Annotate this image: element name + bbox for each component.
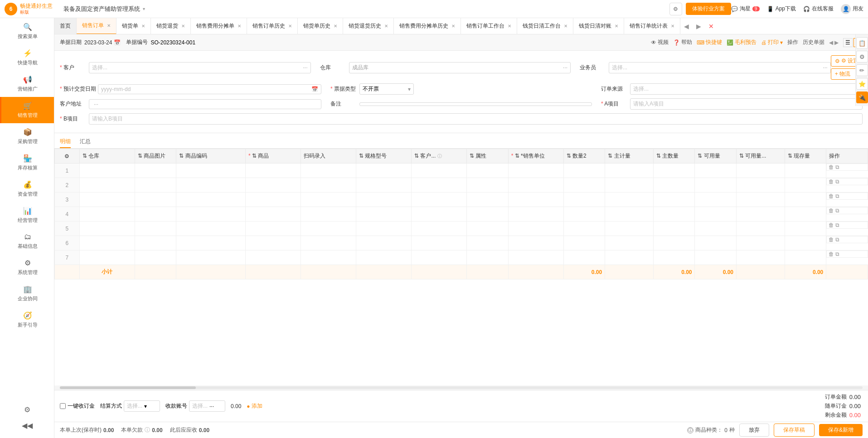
th-main-unit[interactable]: ⇅ 主计量 xyxy=(605,149,654,164)
row-6-warehouse[interactable] xyxy=(79,236,135,250)
row-5-main-unit[interactable] xyxy=(605,221,654,236)
tab-order-history-close[interactable]: ✕ xyxy=(288,24,292,29)
tab-prev-btn[interactable]: ◀ xyxy=(680,18,693,34)
row-1-main-qty[interactable] xyxy=(653,164,695,178)
tab-sales-fee-close[interactable]: ✕ xyxy=(238,24,241,29)
goods-count-icon[interactable]: ⓘ xyxy=(687,427,693,433)
row-2-copy-icon[interactable]: ⧉ xyxy=(835,178,839,185)
row-5-current[interactable] xyxy=(785,221,826,236)
row-6-spec[interactable] xyxy=(356,236,412,250)
row-7-qty2[interactable] xyxy=(563,250,605,265)
row-3-copy-icon[interactable]: ⧉ xyxy=(835,193,839,199)
row-6-delete-icon[interactable]: 🗑 xyxy=(829,236,834,243)
right-panel-btn-4[interactable]: ⭐ xyxy=(856,78,868,90)
right-panel-btn-3[interactable]: ✏ xyxy=(856,64,868,76)
row-7-img[interactable] xyxy=(135,250,176,265)
row-2-cc[interactable] xyxy=(412,178,467,193)
profit-btn[interactable]: 💹 毛利预告 xyxy=(727,39,756,46)
row-4-main-qty[interactable] xyxy=(653,207,695,221)
row-5-img[interactable] xyxy=(135,221,176,236)
add-item-btn[interactable]: ● 添加 xyxy=(247,402,262,410)
row-5-unit[interactable] xyxy=(508,221,563,236)
th-main-qty[interactable]: ⇅ 主数量 xyxy=(653,149,695,164)
row-5-avail2[interactable] xyxy=(737,221,785,236)
row-6-main-qty[interactable] xyxy=(653,236,695,250)
row-2-unit[interactable] xyxy=(508,178,563,193)
discard-button[interactable]: 放弃 xyxy=(739,424,769,437)
row-2-qty2[interactable] xyxy=(563,178,605,193)
customer-address-input[interactable]: ··· xyxy=(89,99,321,109)
row-6-avail[interactable] xyxy=(695,236,737,250)
save-new-button[interactable]: 保存&新增 xyxy=(819,424,863,436)
invoice-type-select[interactable]: 不开票 ▾ xyxy=(359,83,414,95)
row-6-code[interactable] xyxy=(176,236,246,250)
row-7-attr[interactable] xyxy=(467,250,509,265)
th-warehouse[interactable]: ⇅ 仓库 xyxy=(79,149,135,164)
row-2-delete-icon[interactable]: 🗑 xyxy=(829,178,834,185)
customer-input[interactable]: 选择... ··· xyxy=(89,62,311,73)
user-item[interactable]: 👤 用友 xyxy=(841,4,863,14)
tab-order-stats[interactable]: 销售订单统计表 ✕ xyxy=(624,18,680,34)
row-1-code[interactable] xyxy=(176,164,246,178)
row-7-main-unit[interactable] xyxy=(605,250,654,265)
th-customer-code[interactable]: ⇅ 客户... ⓘ xyxy=(412,149,467,164)
row-6-copy-icon[interactable]: ⧉ xyxy=(835,236,839,243)
sidebar-item-system[interactable]: ⚙ 系统管理 xyxy=(0,254,54,280)
row-6-main-unit[interactable] xyxy=(605,236,654,250)
delivery-date-input[interactable]: yyyy-mm-dd 📅 xyxy=(98,84,321,94)
th-avail[interactable]: ⇅ 可用量 xyxy=(695,149,737,164)
row-3-img[interactable] xyxy=(135,193,176,207)
tab-return-history[interactable]: 销货退货历史 ✕ xyxy=(343,18,394,34)
row-6-product[interactable] xyxy=(246,236,301,250)
warehouse-input[interactable]: 成品库 ··· xyxy=(349,62,571,73)
tab-sales-return-close[interactable]: ✕ xyxy=(181,24,185,29)
tab-detail[interactable]: 明细 xyxy=(60,136,71,148)
row-3-code[interactable] xyxy=(176,193,246,207)
tab-order-history[interactable]: 销售订单历史 ✕ xyxy=(247,18,298,34)
chevron-down-icon[interactable]: ▾ xyxy=(143,6,145,11)
row-3-main-unit[interactable] xyxy=(605,193,654,207)
row-4-delete-icon[interactable]: 🗑 xyxy=(829,207,834,214)
row-7-code[interactable] xyxy=(176,250,246,265)
row-4-spec[interactable] xyxy=(356,207,412,221)
row-2-main-qty[interactable] xyxy=(653,178,695,193)
tab-close-all-btn[interactable]: ✕ xyxy=(705,18,718,34)
notification-item[interactable]: 💬 淘星 9 xyxy=(731,5,760,13)
solution-button[interactable]: 体验行业方案 xyxy=(686,3,731,15)
sidebar-item-marketing[interactable]: 📢 营销推广 xyxy=(0,71,54,97)
row-1-current[interactable] xyxy=(785,164,826,178)
tab-summary[interactable]: 汇总 xyxy=(80,136,91,148)
th-unit[interactable]: ⇅ *销售单位 xyxy=(508,149,563,164)
row-4-qty2[interactable] xyxy=(563,207,605,221)
salesperson-input[interactable]: 选择... ··· xyxy=(609,62,831,73)
row-6-attr[interactable] xyxy=(467,236,509,250)
row-2-avail2[interactable] xyxy=(737,178,785,193)
row-7-scan[interactable] xyxy=(301,250,356,265)
remark-input[interactable] xyxy=(359,102,592,106)
tab-sales-goods[interactable]: 销货单 ✕ xyxy=(116,18,151,34)
next-record-icon[interactable]: ▶ xyxy=(834,39,839,46)
row-4-warehouse[interactable] xyxy=(79,207,135,221)
tab-daily-workbench[interactable]: 钱货日清工作台 ✕ xyxy=(517,18,573,34)
a-project-input[interactable]: 请输入A项目 xyxy=(630,98,863,110)
row-2-scan[interactable] xyxy=(301,178,356,193)
scrollbar-thumb[interactable] xyxy=(60,386,196,389)
tab-daily-workbench-close[interactable]: ✕ xyxy=(564,24,567,29)
row-7-current[interactable] xyxy=(785,250,826,265)
row-5-product[interactable] xyxy=(246,221,301,236)
tab-next-btn[interactable]: ▶ xyxy=(693,18,705,34)
row-5-code[interactable] xyxy=(176,221,246,236)
row-2-img[interactable] xyxy=(135,178,176,193)
row-4-cc[interactable] xyxy=(412,207,467,221)
row-7-cc[interactable] xyxy=(412,250,467,265)
row-6-scan[interactable] xyxy=(301,236,356,250)
row-1-product[interactable] xyxy=(246,164,301,178)
row-1-main-unit[interactable] xyxy=(605,164,654,178)
shortcut-btn[interactable]: ⌨ 快捷键 xyxy=(697,39,722,46)
row-1-cc[interactable] xyxy=(412,164,467,178)
tab-home[interactable]: 首页 xyxy=(54,18,77,34)
row-5-qty2[interactable] xyxy=(563,221,605,236)
sidebar-item-inventory[interactable]: 🏪 库存核算 xyxy=(0,149,54,176)
tab-sales-goods-close[interactable]: ✕ xyxy=(141,24,145,29)
row-5-warehouse[interactable] xyxy=(79,221,135,236)
